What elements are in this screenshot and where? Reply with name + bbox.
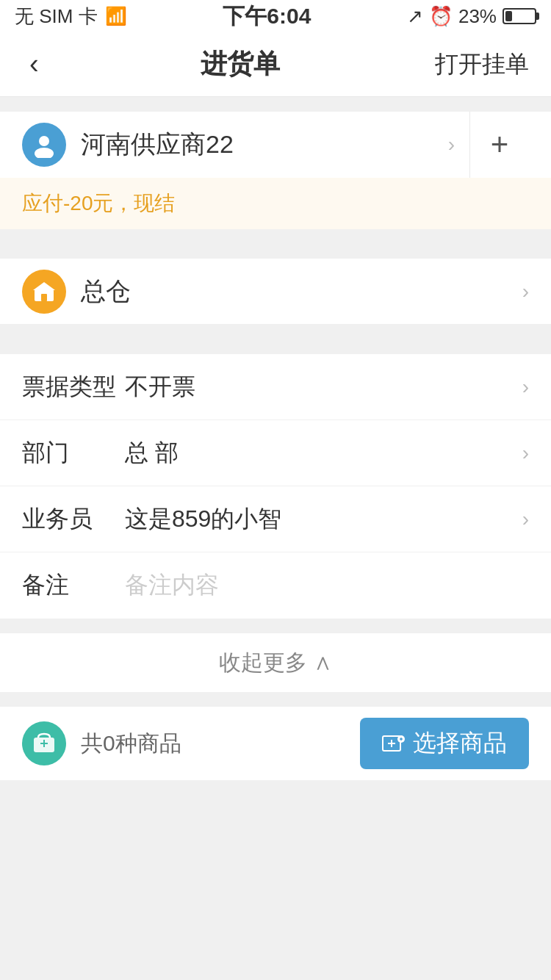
add-supplier-button[interactable]: + [470,127,529,162]
sales-value: 这是859的小智 [118,503,522,536]
dept-label: 部门 [22,437,118,469]
wifi-icon: 📶 [105,6,127,26]
warehouse-name: 总仓 [81,275,522,309]
dept-row[interactable]: 部门 总 部 › [0,420,551,486]
select-product-button[interactable]: 选择商品 [360,718,529,769]
section-gap-2 [0,244,551,259]
supplier-row[interactable]: 河南供应商22 › [22,112,470,178]
warehouse-icon-wrap [22,270,66,314]
section-gap-3 [0,339,551,354]
remark-label: 备注 [22,569,118,602]
select-product-label: 选择商品 [413,727,507,760]
product-count-text: 共0种商品 [81,729,345,759]
supplier-section: 河南供应商22 › + [0,112,551,178]
collapse-row[interactable]: 收起更多 ∧ [0,633,551,692]
status-left: 无 SIM 卡 📶 [15,4,127,29]
open-pending-button[interactable]: 打开挂单 [435,48,529,81]
alarm-icon: ⏰ [429,5,453,28]
invoice-row[interactable]: 票据类型 不开票 › [0,354,551,420]
status-right: ↗ ⏰ 23% [407,5,536,28]
battery-icon [503,8,536,24]
svg-rect-4 [41,294,47,301]
form-section: 票据类型 不开票 › 部门 总 部 › 业务员 这是859的小智 › 备注 备注… [0,339,551,619]
balance-notice: 应付-20元，现结 [0,178,551,229]
status-bar: 无 SIM 卡 📶 下午6:04 ↗ ⏰ 23% [0,0,551,32]
sales-row[interactable]: 业务员 这是859的小智 › [0,486,551,552]
svg-marker-3 [33,282,55,290]
invoice-value: 不开票 [118,371,522,403]
collapse-label: 收起更多 ∧ [219,648,331,678]
product-count-icon [22,721,66,765]
section-gap-1 [0,97,551,112]
supplier-chevron-icon: › [448,133,455,156]
warehouse-section: 总仓 › [0,244,551,325]
warehouse-row[interactable]: 总仓 › [0,259,551,325]
sales-label: 业务员 [22,503,118,536]
page-title: 进货单 [201,46,280,82]
svg-point-1 [35,148,54,158]
dept-value: 总 部 [118,437,522,469]
status-time: 下午6:04 [223,1,311,32]
dept-chevron-icon: › [522,442,529,465]
bottom-bar: 共0种商品 选择商品 [0,707,551,780]
back-button[interactable]: ‹ [22,41,46,87]
supplier-name: 河南供应商22 [81,128,433,162]
nav-bar: ‹ 进货单 打开挂单 [0,32,551,97]
invoice-label: 票据类型 [22,371,118,403]
location-icon: ↗ [407,5,423,28]
svg-point-0 [39,136,49,146]
remark-input[interactable]: 备注内容 [118,569,529,602]
sales-chevron-icon: › [522,508,529,531]
sim-status: 无 SIM 卡 [15,4,98,29]
warehouse-chevron-icon: › [522,280,529,303]
supplier-avatar [22,123,66,167]
plus-icon: + [491,127,509,162]
battery-text: 23% [458,5,497,28]
invoice-chevron-icon: › [522,375,529,399]
remark-row[interactable]: 备注 备注内容 [0,552,551,619]
